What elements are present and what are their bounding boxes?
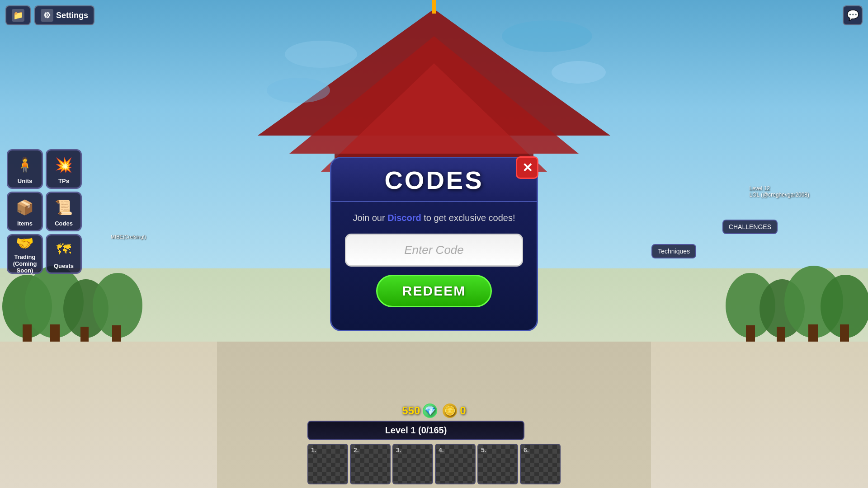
modal-header: CODES [331, 158, 537, 202]
code-input[interactable] [345, 234, 523, 267]
modal-description: Join our Discord to get exclusive codes! [345, 211, 523, 225]
desc-part1: Join our [353, 213, 387, 223]
modal-overlay: CODES ✕ Join our Discord to get exclusiv… [0, 0, 868, 488]
close-icon: ✕ [522, 160, 533, 175]
modal-body: Join our Discord to get exclusive codes!… [331, 202, 537, 316]
redeem-button[interactable]: REDEEM [376, 275, 492, 307]
desc-part2: to get exclusive codes! [421, 213, 515, 223]
discord-link[interactable]: Discord [387, 213, 421, 223]
modal-close-button[interactable]: ✕ [516, 156, 538, 179]
modal-title: CODES [340, 165, 528, 195]
ui-layer: 📁 ⚙ Settings 💬 🧍 Units 💥 TPs 📦 Items 📜 C… [0, 0, 868, 488]
codes-modal: CODES ✕ Join our Discord to get exclusiv… [330, 157, 538, 331]
